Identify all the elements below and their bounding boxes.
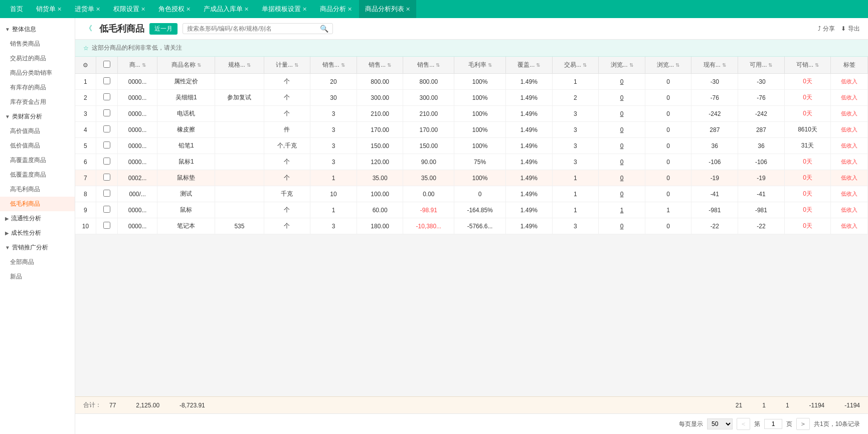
sort-code[interactable]: ⇅ <box>142 62 146 68</box>
sidebar-group-marketing[interactable]: ▼ 营销推广分析 <box>0 240 75 255</box>
sidebar-item-all-products[interactable]: 全部商品 <box>0 255 75 269</box>
row-browse1[interactable]: 0 <box>599 106 645 122</box>
col-settings[interactable]: ⚙ <box>75 57 96 74</box>
row-checkbox[interactable] <box>96 170 117 186</box>
col-current-stock-header[interactable]: 现有... ⇅ <box>691 57 738 74</box>
search-input[interactable] <box>187 25 320 32</box>
row-checkbox[interactable] <box>96 74 117 90</box>
nav-close-template[interactable]: ✕ <box>302 6 307 13</box>
sort-sale-profit[interactable]: ⇅ <box>436 62 440 68</box>
row-checkbox[interactable] <box>96 106 117 122</box>
row-browse1[interactable]: 0 <box>599 90 645 106</box>
prev-page-btn[interactable]: ＜ <box>737 418 750 430</box>
col-checkbox[interactable] <box>96 57 117 74</box>
nav-close-purchase[interactable]: ✕ <box>96 6 100 13</box>
nav-item-analysis-list[interactable]: 商品分析列表 ✕ <box>359 0 416 18</box>
nav-item-role[interactable]: 角色授权 ✕ <box>152 0 197 18</box>
col-sale-profit-header[interactable]: 销售... ⇅ <box>403 57 454 74</box>
sidebar-group-wealth[interactable]: ▼ 类财富分析 <box>0 109 75 124</box>
sidebar-item-new-products[interactable]: 新品 <box>0 269 75 284</box>
select-all-checkbox[interactable] <box>103 61 110 68</box>
col-sellable-header[interactable]: 可销... ⇅ <box>784 57 831 74</box>
sidebar-item-low-margin[interactable]: 低毛利商品 <box>0 197 75 211</box>
sidebar-item-high-margin[interactable]: 高毛利商品 <box>0 182 75 197</box>
nav-item-home[interactable]: 首页 <box>4 0 29 18</box>
sort-unit[interactable]: ⇅ <box>294 62 298 68</box>
sidebar-item-stock-products[interactable]: 有库存的商品 <box>0 80 75 95</box>
sidebar-item-low-coverage[interactable]: 低覆盖度商品 <box>0 168 75 182</box>
col-code-header[interactable]: 商... ⇅ <box>117 57 157 74</box>
sidebar-item-stock-capital[interactable]: 库存资金占用 <box>0 95 75 109</box>
row-browse1[interactable]: 0 <box>599 122 645 138</box>
page-number-input[interactable] <box>764 419 782 429</box>
sort-trade-count[interactable]: ⇅ <box>583 62 587 68</box>
col-browse1-header[interactable]: 浏览... ⇅ <box>599 57 645 74</box>
sidebar-item-category-rate[interactable]: 商品分类助销率 <box>0 66 75 80</box>
nav-close-permission[interactable]: ✕ <box>141 6 145 13</box>
sidebar-item-high-value[interactable]: 高价值商品 <box>0 124 75 138</box>
sort-current-stock[interactable]: ⇅ <box>722 62 726 68</box>
nav-item-template[interactable]: 单据模板设置 ✕ <box>256 0 313 18</box>
sort-name[interactable]: ⇅ <box>197 62 201 68</box>
sidebar-item-traded-products[interactable]: 交易过的商品 <box>0 51 75 66</box>
row-checkbox[interactable] <box>96 122 117 138</box>
sort-sale-price[interactable]: ⇅ <box>387 62 391 68</box>
nav-item-sales[interactable]: 销货单 ✕ <box>30 0 68 18</box>
sort-available-stock[interactable]: ⇅ <box>768 62 772 68</box>
sort-browse1[interactable]: ⇅ <box>629 62 633 68</box>
row-checkbox[interactable] <box>96 90 117 106</box>
row-browse1[interactable]: 0 <box>599 74 645 90</box>
row-browse1[interactable]: 0 <box>599 170 645 186</box>
settings-icon[interactable]: ⚙ <box>83 62 88 69</box>
sort-coverage[interactable]: ⇅ <box>536 62 540 68</box>
sort-sellable[interactable]: ⇅ <box>815 62 819 68</box>
sidebar-group-liquidity[interactable]: ▶ 流通性分析 <box>0 211 75 226</box>
sidebar-item-sales-products[interactable]: 销售类商品 <box>0 37 75 51</box>
row-checkbox[interactable] <box>96 138 117 154</box>
sidebar-group-overall[interactable]: ▼ 整体信息 <box>0 22 75 37</box>
col-spec-header[interactable]: 规格... ⇅ <box>215 57 264 74</box>
row-checkbox[interactable] <box>96 154 117 170</box>
col-available-stock-header[interactable]: 可用... ⇅ <box>738 57 785 74</box>
sort-browse2[interactable]: ⇅ <box>675 62 679 68</box>
period-button[interactable]: 近一月 <box>149 23 178 35</box>
share-button[interactable]: ⤴ 分享 <box>818 25 835 33</box>
row-browse1[interactable]: 0 <box>599 154 645 170</box>
row-checkbox[interactable] <box>96 186 117 202</box>
nav-item-permission[interactable]: 权限设置 ✕ <box>107 0 151 18</box>
sidebar-group-growth[interactable]: ▶ 成长性分析 <box>0 226 75 240</box>
sort-spec[interactable]: ⇅ <box>247 62 251 68</box>
sort-sale-count[interactable]: ⇅ <box>341 62 345 68</box>
row-checkbox[interactable] <box>96 218 117 234</box>
row-checkbox[interactable] <box>96 202 117 218</box>
nav-close-product-entry[interactable]: ✕ <box>244 6 249 13</box>
col-name-header[interactable]: 商品名称 ⇅ <box>157 57 215 74</box>
row-browse1[interactable]: 0 <box>599 218 645 234</box>
sort-gross-rate[interactable]: ⇅ <box>488 62 492 68</box>
col-coverage-header[interactable]: 覆盖... ⇅ <box>505 57 552 74</box>
row-browse1[interactable]: 0 <box>599 186 645 202</box>
sidebar-item-low-value[interactable]: 低价值商品 <box>0 138 75 153</box>
nav-item-purchase[interactable]: 进货单 ✕ <box>69 0 106 18</box>
nav-close-analysis-list[interactable]: ✕ <box>406 6 410 13</box>
col-sale-count-header[interactable]: 销售... ⇅ <box>310 57 357 74</box>
nav-close-sales[interactable]: ✕ <box>57 6 62 13</box>
col-unit-header[interactable]: 计量... ⇅ <box>264 57 310 74</box>
sidebar-collapse-btn[interactable]: 《 <box>83 22 94 35</box>
per-page-select[interactable]: 50 100 200 <box>707 418 733 429</box>
nav-item-product-analysis[interactable]: 商品分析 ✕ <box>314 0 358 18</box>
row-code: 0000... <box>117 90 157 106</box>
col-trade-count-header[interactable]: 交易... ⇅ <box>552 57 599 74</box>
nav-close-role[interactable]: ✕ <box>186 6 191 13</box>
export-button[interactable]: ⬇ 导出 <box>841 25 860 33</box>
nav-close-product-analysis[interactable]: ✕ <box>348 6 352 13</box>
col-sale-price-header[interactable]: 销售... ⇅ <box>357 57 403 74</box>
nav-item-product-entry[interactable]: 产成品入库单 ✕ <box>198 0 255 18</box>
sidebar-item-high-coverage[interactable]: 高覆盖度商品 <box>0 153 75 168</box>
search-icon[interactable]: 🔍 <box>320 25 328 33</box>
row-browse1[interactable]: 0 <box>599 138 645 154</box>
next-page-btn[interactable]: ＞ <box>796 418 810 430</box>
row-browse1[interactable]: 1 <box>599 202 645 218</box>
col-gross-rate-header[interactable]: 毛利率 ⇅ <box>454 57 506 74</box>
col-browse2-header[interactable]: 浏览... ⇅ <box>645 57 691 74</box>
